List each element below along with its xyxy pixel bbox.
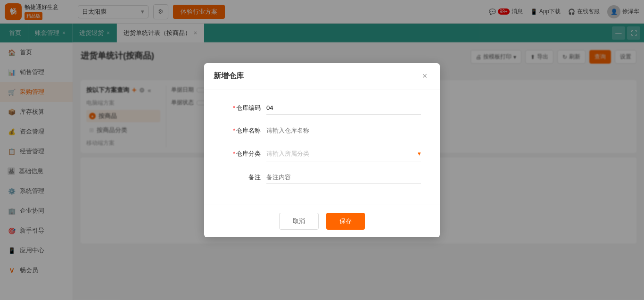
modal-overlay: 新增仓库 × 仓库编码 仓库名称 仓库分类 请输入所属分类 ▾ (0, 0, 644, 300)
dialog-header: 新增仓库 × (204, 63, 440, 90)
save-button[interactable]: 保存 (326, 213, 365, 230)
warehouse-code-input[interactable] (266, 101, 421, 115)
add-warehouse-dialog: 新增仓库 × 仓库编码 仓库名称 仓库分类 请输入所属分类 ▾ (204, 63, 440, 237)
warehouse-name-label: 仓库名称 (223, 126, 261, 135)
form-row-type: 仓库分类 请输入所属分类 ▾ (223, 147, 421, 161)
warehouse-type-select[interactable]: 请输入所属分类 ▾ (266, 147, 421, 161)
form-row-code: 仓库编码 (223, 101, 421, 115)
warehouse-name-input[interactable] (266, 124, 421, 137)
note-label: 备注 (223, 173, 261, 182)
warehouse-type-label: 仓库分类 (223, 150, 261, 158)
form-row-note: 备注 (223, 171, 421, 184)
note-input[interactable] (266, 171, 421, 184)
select-chevron-icon: ▾ (418, 150, 421, 157)
dialog-body: 仓库编码 仓库名称 仓库分类 请输入所属分类 ▾ 备注 (204, 90, 440, 205)
dialog-close-button[interactable]: × (419, 71, 430, 82)
cancel-button[interactable]: 取消 (279, 213, 319, 230)
dialog-title: 新增仓库 (214, 71, 244, 81)
dialog-footer: 取消 保存 (204, 205, 440, 237)
form-row-name: 仓库名称 (223, 124, 421, 137)
warehouse-code-label: 仓库编码 (223, 104, 261, 112)
